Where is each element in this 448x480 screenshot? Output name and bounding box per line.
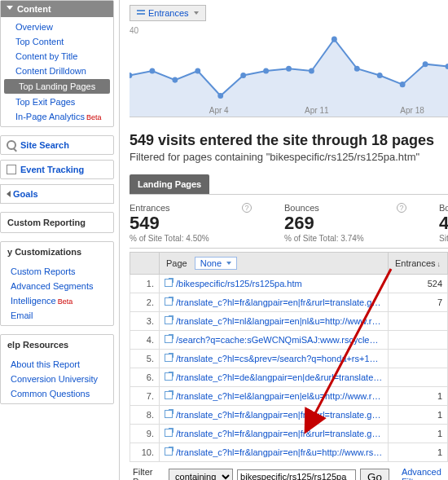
metric-sub: % of Site Total: 4.50%	[130, 234, 252, 243]
sidebar-content-item-1[interactable]: Top Content	[1, 34, 113, 49]
table-row: 8./translate_c?hl=fr&langpair=en|fr&rurl…	[130, 406, 448, 425]
go-button[interactable]: Go	[360, 469, 389, 481]
metrics-row: ?Entrances549% of Site Total: 4.50%?Boun…	[130, 194, 448, 249]
metric-label: Entrances	[130, 203, 252, 213]
headline-block: 549 visits entered the site through 18 p…	[130, 132, 448, 163]
row-page-link[interactable]: /translate_c?hl=fr&langpair=en|fr&rurl=t…	[160, 293, 389, 312]
external-link-icon[interactable]	[165, 410, 173, 418]
sidebar-help-item-2[interactable]: Common Questions	[1, 386, 113, 401]
help-icon[interactable]: ?	[397, 203, 406, 213]
sidebar-content-item-4[interactable]: Top Landing Pages	[4, 79, 110, 94]
row-entrance-value	[388, 350, 447, 368]
sidebar-help-item-1[interactable]: Conversion University	[1, 372, 113, 386]
row-entrance-value: 1	[388, 406, 447, 425]
sidebar-content-header[interactable]: Content	[1, 1, 113, 17]
entrances-dropdown[interactable]: Entrances	[130, 5, 206, 21]
metric-label: Bou	[439, 203, 448, 213]
line-chart[interactable]: 40 Apr 4 Apr 11 Apr 18	[130, 26, 448, 117]
advanced-filter-link[interactable]: Advanced Filter	[402, 467, 445, 480]
metric-0: ?Entrances549% of Site Total: 4.50%	[130, 203, 252, 243]
metric-label: Bounces	[284, 203, 406, 213]
sidebar: Content OverviewTop ContentContent by Ti…	[0, 0, 120, 480]
metric-sub: Site A	[439, 234, 448, 243]
entrances-dropdown-label: Entrances	[148, 8, 189, 18]
svg-point-6	[263, 68, 269, 73]
external-link-icon[interactable]	[165, 391, 173, 399]
sidebar-content-item-6[interactable]: In-Page AnalyticsBeta	[1, 109, 113, 124]
metric-1: ?Bounces269% of Site Total: 3.74%	[284, 203, 406, 243]
tab-landing-pages[interactable]: Landing Pages	[130, 174, 209, 194]
row-page-link[interactable]: /translate_c?hl=cs&prev=/search?q=honda+…	[160, 350, 389, 368]
sidebar-custom-item-0[interactable]: Custom Reports	[1, 264, 113, 279]
row-entrance-value	[388, 331, 447, 350]
page-headline: 549 visits entered the site through 18 p…	[130, 132, 448, 149]
table-row: 10./translate_c?hl=fr&langpair=en|fr&u=h…	[130, 443, 448, 462]
help-icon[interactable]: ?	[242, 203, 252, 213]
row-page-link[interactable]: /search?q=cache:sGeWCNQmiSAJ:www.rscycle…	[160, 331, 389, 350]
goals-link[interactable]: Goals	[0, 184, 114, 204]
svg-point-5	[240, 73, 246, 78]
col-entrances-label: Entrances	[395, 258, 436, 268]
help-resources-header: elp Resources	[1, 335, 113, 354]
goals-label: Goals	[13, 189, 38, 199]
external-link-icon[interactable]	[165, 354, 173, 362]
row-page-link[interactable]: /translate_c?hl=fr&langpair=en|fr&u=http…	[160, 443, 389, 462]
chart-toolbar: Entrances	[130, 5, 448, 21]
custom-reporting-label: Custom Reporting	[1, 213, 113, 232]
sidebar-custom-item-1[interactable]: Advanced Segments	[1, 279, 113, 293]
col-page-label: Page	[166, 258, 187, 268]
page-subheadline: Filtered for pages containing "bikespeci…	[130, 151, 448, 163]
external-link-icon[interactable]	[165, 447, 173, 456]
col-entrances[interactable]: Entrances↓	[388, 253, 447, 275]
svg-point-7	[286, 66, 292, 72]
site-search-link[interactable]: Site Search	[0, 135, 114, 155]
row-page-link[interactable]: /translate_c?hl=fr&langpair=en|fr&rurl=t…	[160, 425, 389, 443]
table-row: 1./bikespecific/rs125/rs125pa.htm524	[130, 275, 448, 293]
sidebar-content-item-0[interactable]: Overview	[1, 20, 113, 34]
row-number: 5.	[130, 350, 160, 368]
external-link-icon[interactable]	[165, 316, 173, 324]
external-link-icon[interactable]	[165, 429, 173, 437]
external-link-icon[interactable]	[165, 297, 173, 306]
col-page[interactable]: Page None	[160, 253, 389, 275]
filter-input[interactable]	[237, 469, 356, 480]
svg-point-4	[217, 93, 223, 99]
row-entrance-value: 1	[388, 443, 447, 462]
go-button-label: Go	[367, 471, 382, 481]
event-tracking-link[interactable]: Event Tracking	[0, 160, 114, 179]
row-page-link[interactable]: /translate_c?hl=el&langpair=en|el&u=http…	[160, 387, 389, 406]
row-page-link[interactable]: /translate_c?hl=de&langpair=en|de&rurl=t…	[160, 368, 389, 387]
sidebar-custom-item-2[interactable]: IntelligenceBeta	[1, 293, 113, 308]
sort-down-icon: ↓	[437, 260, 441, 268]
chart-x-label-1: Apr 11	[305, 106, 328, 115]
my-customizations-box: y Customizations Custom ReportsAdvanced …	[0, 241, 114, 326]
row-number: 6.	[130, 368, 160, 387]
table-row: 2./translate_c?hl=fr&langpair=en|fr&rurl…	[130, 293, 448, 312]
external-link-icon[interactable]	[165, 372, 173, 381]
site-search-label: Site Search	[20, 140, 69, 150]
row-number: 4.	[130, 331, 160, 350]
sidebar-content-item-2[interactable]: Content by Title	[1, 49, 113, 64]
external-link-icon[interactable]	[165, 335, 173, 343]
table-row: 5./translate_c?hl=cs&prev=/search?q=hond…	[130, 350, 448, 368]
none-dropdown[interactable]: None	[195, 257, 237, 270]
metric-sub: % of Site Total: 3.74%	[284, 234, 406, 243]
svg-point-2	[172, 77, 178, 83]
sidebar-help-item-0[interactable]: About this Report	[1, 357, 113, 372]
row-entrance-value	[388, 368, 447, 387]
sidebar-custom-item-3[interactable]: Email	[1, 308, 113, 323]
row-page-link[interactable]: /translate_c?hl=fr&langpair=en|fr&rurl=t…	[160, 406, 389, 425]
metric-value: 49.0	[439, 213, 448, 234]
custom-reporting-box[interactable]: Custom Reporting	[0, 212, 114, 233]
sidebar-content-item-5[interactable]: Top Exit Pages	[1, 95, 113, 109]
external-link-icon[interactable]	[165, 279, 173, 287]
row-page-link[interactable]: /translate_c?hl=nl&langpair=en|nl&u=http…	[160, 312, 389, 331]
row-page-link[interactable]: /bikespecific/rs125/rs125pa.htm	[160, 275, 389, 293]
svg-point-8	[309, 68, 314, 73]
table-row: 4./search?q=cache:sGeWCNQmiSAJ:www.rscyc…	[130, 331, 448, 350]
sidebar-content-item-3[interactable]: Content Drilldown	[1, 64, 113, 78]
metric-value: 549	[130, 213, 252, 234]
filter-mode-select[interactable]: containing	[169, 469, 233, 480]
chart-svg	[130, 26, 448, 117]
svg-point-9	[332, 37, 337, 42]
